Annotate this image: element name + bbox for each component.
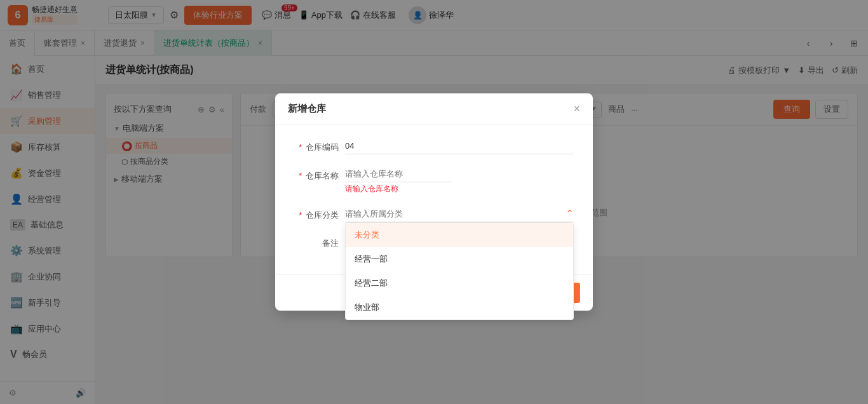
form-row-code: * 仓库编码 (294, 138, 574, 154)
name-error-msg: 请输入仓库名称 (345, 184, 398, 193)
warehouse-category-input[interactable] (345, 206, 566, 222)
add-warehouse-modal: 新增仓库 × * 仓库编码 * 仓库名称 (275, 93, 593, 311)
modal-title: 新增仓库 (288, 103, 326, 115)
warehouse-name-input[interactable] (345, 166, 452, 182)
category-required-mark: * (299, 210, 302, 220)
modal-close-icon[interactable]: × (573, 102, 580, 116)
name-required-mark: * (299, 171, 302, 180)
name-label-text: 仓库名称 (306, 171, 339, 180)
category-input-wrapper: ⌃ (345, 206, 574, 222)
modal-overlay: 新增仓库 × * 仓库编码 * 仓库名称 (0, 0, 868, 404)
form-row-name: * 仓库名称 请输入仓库名称 (294, 166, 574, 194)
category-arrow-icon[interactable]: ⌃ (566, 208, 574, 220)
category-label: * 仓库分类 (294, 206, 345, 221)
code-label-text: 仓库编码 (306, 142, 339, 152)
category-label-text: 仓库分类 (306, 210, 339, 220)
name-input-wrapper (345, 166, 574, 182)
warehouse-code-input[interactable] (345, 138, 574, 154)
name-label: * 仓库名称 (294, 166, 345, 182)
dropdown-item-none[interactable]: 未分类 (346, 223, 573, 247)
form-row-category: * 仓库分类 ⌃ 未分类 经营一部 经营二部 物业部 (294, 206, 574, 222)
code-label: * 仓库编码 (294, 138, 345, 153)
category-dropdown: 未分类 经营一部 经营二部 物业部 (345, 222, 574, 320)
modal-body: * 仓库编码 * 仓库名称 请输入仓库名称 (275, 125, 593, 274)
modal-header: 新增仓库 × (275, 93, 593, 125)
dropdown-item-ops2[interactable]: 经营二部 (346, 271, 573, 295)
dropdown-item-property[interactable]: 物业部 (346, 295, 573, 320)
dropdown-item-ops1[interactable]: 经营一部 (346, 247, 573, 271)
remark-form-label: 备注 (294, 234, 345, 249)
remark-label-text: 备注 (322, 238, 339, 248)
code-required-mark: * (299, 142, 302, 152)
